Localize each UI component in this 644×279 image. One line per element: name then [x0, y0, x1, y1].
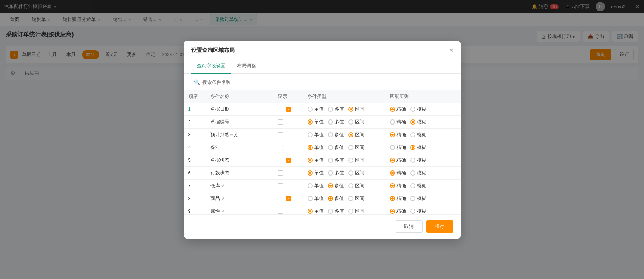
dialog: 设置查询区域布局 × 查询字段设置 布局调整 🔍 顺序 [184, 41, 461, 99]
dialog-tab-layout-label: 布局调整 [237, 63, 256, 68]
th-name: 条件名称 [206, 90, 273, 99]
dialog-tab-fields-label: 查询字段设置 [197, 63, 225, 68]
dialog-close-btn[interactable]: × [449, 47, 453, 54]
search-icon: 🔍 [194, 79, 200, 85]
search-input-wrapper: 🔍 [191, 78, 271, 87]
th-match: 匹配原则 [386, 90, 460, 99]
th-type: 条件类型 [303, 90, 386, 99]
dialog-table: 顺序 条件名称 显示 条件类型 匹配原则 1单据日期单值多值区间精确模糊2单据编… [184, 90, 461, 99]
dialog-table-header-row: 顺序 条件名称 显示 条件类型 匹配原则 [184, 90, 461, 99]
dialog-search-area: 🔍 [184, 74, 461, 90]
th-order: 顺序 [184, 90, 206, 99]
dialog-tab-layout[interactable]: 布局调整 [231, 59, 262, 74]
dialog-tabs: 查询字段设置 布局调整 [184, 59, 461, 74]
th-display: 显示 [273, 90, 303, 99]
dialog-table-scroll[interactable]: 顺序 条件名称 显示 条件类型 匹配原则 1单据日期单值多值区间精确模糊2单据编… [184, 90, 461, 99]
search-input[interactable] [202, 79, 268, 85]
dialog-header: 设置查询区域布局 × [184, 41, 461, 59]
modal-overlay: 设置查询区域布局 × 查询字段设置 布局调整 🔍 顺序 [0, 0, 644, 99]
dialog-tab-fields[interactable]: 查询字段设置 [191, 59, 231, 74]
dialog-title: 设置查询区域布局 [191, 47, 235, 54]
